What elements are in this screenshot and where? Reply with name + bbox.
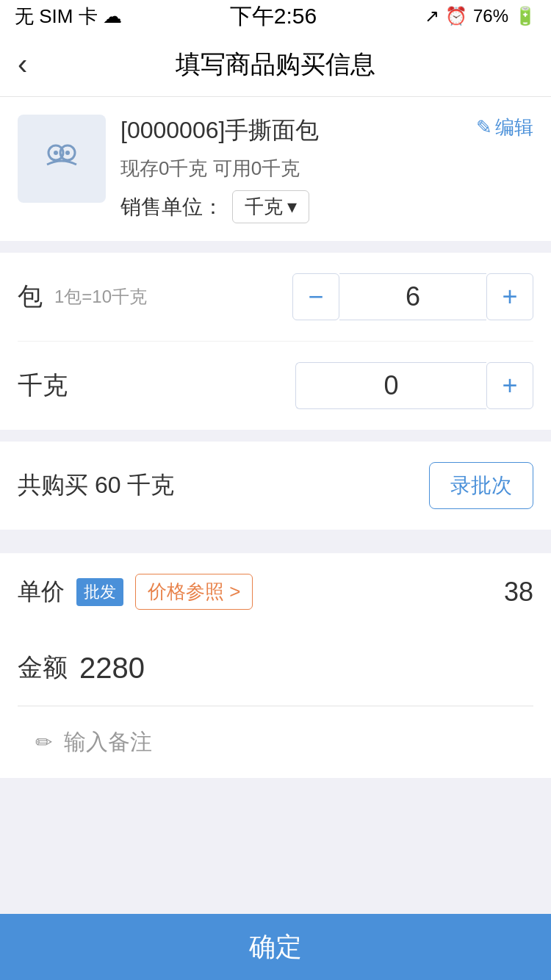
qty-plus-kg[interactable]: + — [486, 362, 533, 409]
status-right: ↗ ⏰ 76% 🔋 — [425, 6, 536, 26]
qty-hint-bao: 1包=10千克 — [54, 285, 147, 309]
svg-point-3 — [65, 151, 70, 155]
status-left: 无 SIM 卡 ☁ — [15, 4, 122, 29]
price-section: 单价 批发 价格参照 > 38 — [0, 553, 551, 630]
qty-input-bao[interactable] — [339, 273, 486, 320]
summary-section: 共购买 60 千克 录批次 — [0, 442, 551, 530]
battery-icon: 🔋 — [514, 6, 536, 26]
back-button[interactable]: ‹ — [18, 48, 27, 81]
edit-button[interactable]: ✎ 编辑 — [476, 115, 533, 140]
qty-plus-bao[interactable]: + — [486, 273, 533, 320]
product-image — [18, 115, 106, 203]
unit-select[interactable]: 千克 ▾ — [232, 190, 309, 223]
qty-unit-bao: 包 — [18, 280, 43, 314]
status-bar: 无 SIM 卡 ☁ 下午2:56 ↗ ⏰ 76% 🔋 — [0, 0, 551, 32]
svg-point-2 — [54, 151, 58, 155]
quantity-section: 包 1包=10千克 − + 千克 + — [0, 253, 551, 430]
quantity-row-kg: 千克 + — [18, 342, 533, 430]
sim-status: 无 SIM 卡 ☁ — [15, 4, 122, 29]
edit-label: 编辑 — [495, 115, 533, 140]
pencil-icon: ✏ — [35, 730, 52, 754]
quantity-row-bao: 包 1包=10千克 − + — [18, 253, 533, 342]
qty-control-bao: − + — [292, 273, 533, 320]
qty-unit-kg: 千克 — [18, 369, 68, 403]
product-stock: 现存0千克 可用0千克 — [120, 156, 533, 181]
status-time: 下午2:56 — [230, 1, 317, 32]
product-info: [0000006]手撕面包 ✎ 编辑 现存0千克 可用0千克 销售单位： 千克 … — [120, 115, 533, 223]
product-card: [0000006]手撕面包 ✎ 编辑 现存0千克 可用0千克 销售单位： 千克 … — [0, 97, 551, 241]
remark-row[interactable]: ✏ 输入备注 — [18, 706, 533, 778]
confirm-button[interactable]: 确定 — [249, 929, 302, 965]
price-value: 38 — [504, 577, 533, 608]
qty-input-kg[interactable] — [295, 362, 486, 409]
location-icon: ↗ — [425, 6, 439, 26]
product-name: [0000006]手撕面包 — [120, 115, 319, 147]
battery-text: 76% — [473, 6, 508, 26]
separator-1 — [0, 541, 551, 553]
edit-icon: ✎ — [476, 116, 492, 139]
amount-value: 2280 — [79, 652, 145, 685]
qty-control-kg: + — [295, 362, 533, 409]
unit-value: 千克 — [245, 194, 283, 220]
price-ref-button[interactable]: 价格参照 > — [135, 574, 253, 610]
page-title: 填写商品购买信息 — [176, 48, 375, 82]
summary-text: 共购买 60 千克 — [18, 469, 174, 502]
amount-container: 金额 2280 ✏ 输入备注 — [0, 630, 551, 778]
chevron-down-icon: ▾ — [287, 195, 297, 218]
product-unit-row: 销售单位： 千克 ▾ — [120, 190, 533, 223]
alarm-icon: ⏰ — [445, 6, 467, 26]
qty-label-kg: 千克 — [18, 369, 68, 403]
nav-bar: ‹ 填写商品购买信息 — [0, 32, 551, 97]
confirm-bar[interactable]: 确定 — [0, 914, 551, 980]
unit-label: 销售单位： — [120, 193, 223, 221]
remark-placeholder: 输入备注 — [64, 727, 152, 757]
qty-label-bao: 包 1包=10千克 — [18, 280, 147, 314]
qty-minus-bao[interactable]: − — [292, 273, 339, 320]
amount-label: 金额 — [18, 651, 68, 685]
batch-button[interactable]: 录批次 — [429, 462, 533, 509]
price-tag: 批发 — [76, 578, 123, 606]
price-label: 单价 — [18, 576, 65, 608]
